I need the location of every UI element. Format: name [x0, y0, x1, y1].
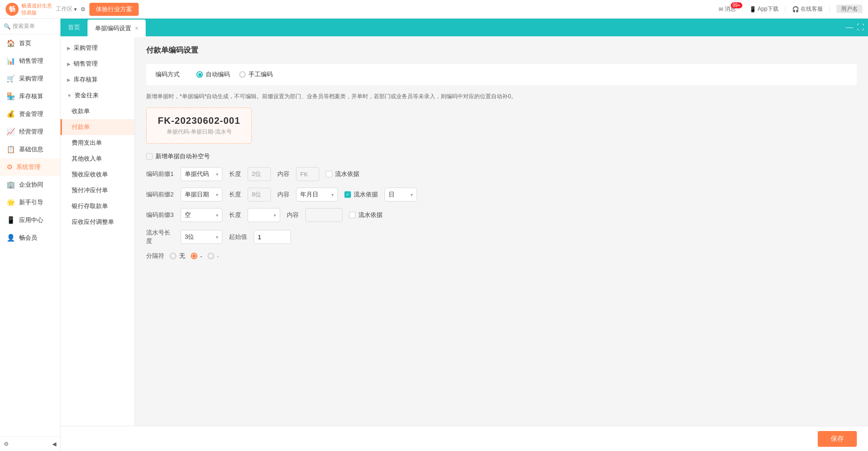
fullscreen-btn[interactable]: ⛶ — [857, 23, 864, 32]
content-wrapper: ▶ 采购管理 ▶ 销售管理 ▶ 库存核算 — [61, 36, 868, 426]
separator-label: 分隔符 — [146, 252, 164, 260]
minimize-btn[interactable]: — — [846, 23, 853, 32]
sub-item-advance-receive[interactable]: 预收应收收单 — [61, 167, 135, 182]
serial-length-row: 流水号长度 3位 ▾ 起始值 — [146, 229, 857, 245]
bottom-bar: 保存 — [61, 426, 868, 451]
tab-bar: 首页 单据编码设置 × — ⛶ — [61, 19, 868, 36]
main-layout: 🔍 搜索菜单 🏠 首页 📊 销售管理 🛒 采购管理 🏪 库存核算 💰 资金管理 … — [0, 19, 868, 451]
user-avatar[interactable]: 用户名 — [836, 5, 862, 13]
sidebar-item-system[interactable]: ⚙ 系统管理 — [0, 158, 60, 176]
serial-length-select[interactable]: 3位 ▾ — [181, 230, 222, 244]
serial2-checkbox-group: 流水依据 — [344, 190, 378, 199]
user-name: 用户名 — [836, 5, 862, 13]
serial2-unit-select[interactable]: 日 ▾ — [384, 188, 417, 202]
app-download-btn[interactable]: 📱 App下载 — [749, 5, 779, 13]
sidebar-item-label: 新手引导 — [19, 198, 43, 207]
logo-text: 畅通道好生意 悟易版 — [21, 2, 52, 16]
group-arrow-icon: ▶ — [67, 46, 71, 51]
top-bar: 畅 畅通道好生意 悟易版 工作区 ▾ ⚙ 体验行业方案 ✉ 消息 99+ 📱 A… — [0, 0, 868, 19]
tab-home[interactable]: 首页 — [61, 19, 87, 36]
sub-item-receipt[interactable]: 收款单 — [61, 103, 135, 119]
serial2-checkbox[interactable] — [344, 191, 351, 198]
home-icon: 🏠 — [7, 39, 15, 47]
manual-coding-radio-dot — [239, 71, 246, 78]
sidebar-search[interactable]: 🔍 搜索菜单 — [0, 19, 60, 34]
prefix-row-2: 编码前缀2 单据日期 ▾ 长度 8位 内容 年月日 ▾ — [146, 188, 857, 202]
sidebar-item-purchase[interactable]: 🛒 采购管理 — [0, 70, 60, 88]
content2-select[interactable]: 年月日 ▾ — [296, 188, 338, 202]
sub-group-purchase: ▶ 采购管理 — [61, 40, 135, 56]
prefix-row-1: 编码前缀1 单据代码 ▾ 长度 2位 内容 FK 流水依据 — [146, 167, 857, 181]
prefix3-select[interactable]: 空 ▾ — [181, 208, 222, 222]
sep-dot-radio[interactable]: · — [208, 253, 219, 260]
tab-close-btn[interactable]: × — [135, 25, 138, 32]
sidebar-settings-btn[interactable]: ⚙ — [4, 441, 9, 447]
basic-icon: 📋 — [7, 145, 15, 154]
content2-label: 内容 — [277, 190, 289, 199]
serial3-checkbox[interactable] — [349, 212, 356, 218]
auto-coding-radio-dot — [196, 71, 203, 78]
sub-item-payment[interactable]: 付款单 — [61, 119, 135, 135]
sidebar-item-apps[interactable]: 📱 应用中心 — [0, 211, 60, 229]
auto-fill-label: 新增单据自动补空号 — [155, 152, 210, 161]
prefix2-select[interactable]: 单据日期 ▾ — [181, 188, 222, 202]
select-arrow-icon: ▾ — [216, 235, 218, 240]
auto-coding-radio[interactable]: 自动编码 — [196, 70, 230, 79]
sidebar-item-label: 经营管理 — [19, 128, 43, 136]
sub-item-bank[interactable]: 银行存取款单 — [61, 198, 135, 214]
auto-fill-checkbox-row: 新增单据自动补空号 — [146, 152, 857, 161]
save-button[interactable]: 保存 — [818, 431, 857, 447]
auto-fill-checkbox[interactable] — [146, 153, 153, 160]
length3-select[interactable]: ▾ — [248, 208, 280, 222]
sidebar-item-inventory[interactable]: 🏪 库存核算 — [0, 88, 60, 105]
sub-group-purchase-title[interactable]: ▶ 采购管理 — [61, 40, 135, 56]
sep-dash-radio[interactable]: - — [191, 253, 202, 260]
trial-button[interactable]: 体验行业方案 — [89, 3, 139, 16]
code-preview-desc: 单据代码-单据日期-流水号 — [158, 128, 240, 136]
prefix2-label: 编码前缀2 — [146, 190, 174, 199]
sub-sidebar: ▶ 采购管理 ▶ 销售管理 ▶ 库存核算 — [61, 36, 135, 426]
code-preview-example: FK-20230602-001 — [158, 115, 240, 126]
workspace-dropdown[interactable]: 工作区 ▾ — [56, 5, 77, 13]
sidebar-item-member[interactable]: 👤 畅会员 — [0, 229, 60, 247]
sub-group-finance-title[interactable]: ▼ 资金往来 — [61, 88, 135, 103]
apps-icon: 📱 — [7, 216, 15, 224]
serial1-checkbox[interactable] — [326, 171, 332, 177]
sidebar-item-enterprise[interactable]: 🏢 企业协同 — [0, 176, 60, 194]
sub-group-inventory-title[interactable]: ▶ 库存核算 — [61, 72, 135, 88]
sub-item-other-income[interactable]: 其他收入单 — [61, 151, 135, 167]
sidebar-item-operations[interactable]: 📈 经营管理 — [0, 123, 60, 141]
tab-active[interactable]: 单据编码设置 × — [87, 20, 146, 37]
sidebar-item-finance[interactable]: 💰 资金管理 — [0, 105, 60, 123]
sidebar-item-sales[interactable]: 📊 销售管理 — [0, 52, 60, 70]
sidebar-item-newbie[interactable]: 🌟 新手引导 — [0, 194, 60, 211]
coding-method-radio-group: 编码方式 自动编码 手工编码 — [155, 70, 848, 79]
sales-icon: 📊 — [7, 57, 15, 65]
main-sidebar: 🔍 搜索菜单 🏠 首页 📊 销售管理 🛒 采购管理 🏪 库存核算 💰 资金管理 … — [0, 19, 61, 451]
settings-icon-btn[interactable]: ⚙ — [81, 6, 86, 13]
sub-item-adjustment[interactable]: 应收应付调整单 — [61, 214, 135, 230]
info-text: 新增单据时，*单据编码*自动生成，不可编辑。前缀设置为部门、业务员等档案类，开单… — [146, 92, 857, 101]
length3-label: 长度 — [229, 211, 241, 219]
select-arrow-icon: ▾ — [331, 192, 334, 197]
sidebar-item-home[interactable]: 🏠 首页 — [0, 34, 60, 52]
sidebar-collapse-btn[interactable]: ◀ — [52, 441, 56, 447]
sub-item-advance-pay[interactable]: 预付冲应付单 — [61, 182, 135, 198]
coding-method-label: 编码方式 — [155, 70, 180, 79]
sidebar-item-label: 库存核算 — [19, 92, 43, 101]
sub-group-sales-title[interactable]: ▶ 销售管理 — [61, 56, 135, 72]
serial1-checkbox-group: 流水依据 — [326, 170, 359, 178]
start-value-input[interactable] — [254, 230, 291, 244]
sidebar-item-basic[interactable]: 📋 基础信息 — [0, 141, 60, 158]
sub-item-expense[interactable]: 费用支出单 — [61, 135, 135, 151]
message-btn[interactable]: ✉ 消息 99+ — [719, 5, 736, 13]
sidebar-item-label: 基础信息 — [19, 145, 43, 154]
serial-length-label: 流水号长度 — [146, 229, 174, 245]
system-icon: ⚙ — [7, 163, 13, 171]
online-service-btn[interactable]: 🎧 在线客服 — [792, 5, 823, 13]
group-collapse-icon: ▼ — [67, 93, 72, 98]
manual-coding-radio[interactable]: 手工编码 — [239, 70, 273, 79]
sep-none-radio[interactable]: 无 — [170, 252, 185, 260]
prefix1-select[interactable]: 单据代码 ▾ — [181, 167, 222, 181]
sidebar-item-label: 销售管理 — [19, 57, 43, 65]
